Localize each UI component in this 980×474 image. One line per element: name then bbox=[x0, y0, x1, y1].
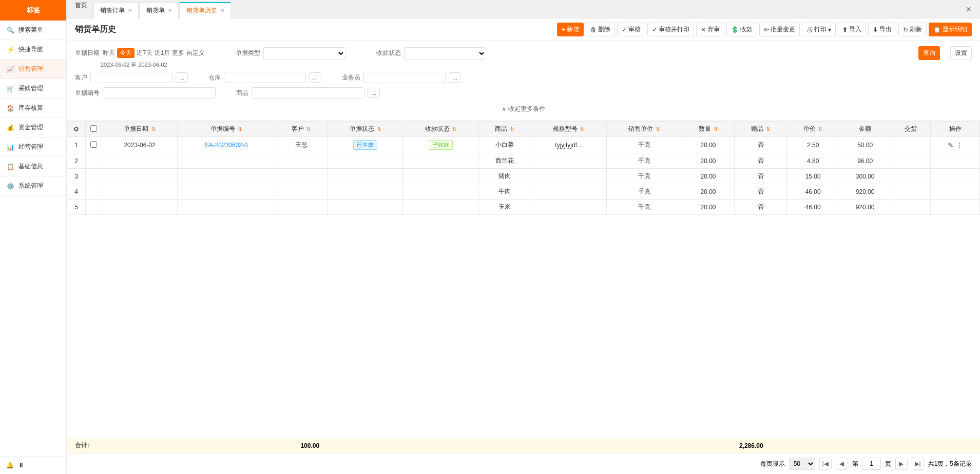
shortcut-today[interactable]: 今天 bbox=[117, 48, 134, 58]
shortcut-7days[interactable]: 近7天 bbox=[137, 49, 152, 57]
add-button[interactable]: + 新增 bbox=[557, 23, 584, 36]
row-checkbox[interactable] bbox=[90, 141, 97, 148]
gift-sort-icon: ⇅ bbox=[766, 126, 770, 132]
warehouse-ellipsis-btn[interactable]: ... bbox=[309, 72, 321, 83]
row-checkbox-cell[interactable] bbox=[86, 200, 102, 215]
refresh-button[interactable]: ↻ 刷新 bbox=[898, 23, 927, 36]
prev-page-btn[interactable]: ◀ bbox=[836, 458, 848, 470]
edit-action-btn[interactable]: ✎ bbox=[948, 141, 954, 149]
page-unit: 页 bbox=[885, 460, 891, 468]
sidebar-bottom-icon1[interactable]: 🔔 bbox=[6, 462, 14, 469]
sidebar-item-quick-nav[interactable]: ⚡ 快捷导航 bbox=[0, 40, 66, 60]
business-ellipsis-btn[interactable]: ... bbox=[449, 72, 461, 83]
shortcut-custom[interactable]: 自定义 bbox=[186, 49, 205, 57]
gear-icon[interactable]: ⚙ bbox=[73, 126, 79, 133]
col-gift[interactable]: 赠品 ⇅ bbox=[735, 122, 787, 137]
page-number-input[interactable] bbox=[862, 458, 881, 470]
col-doc-status[interactable]: 单据状态 ⇅ bbox=[328, 122, 403, 137]
pagination-bar: 每页显示 50 100 200 |◀ ◀ 第 页 ▶ ▶| 共1页，5条记录 bbox=[67, 453, 980, 474]
shortcut-yesterday[interactable]: 昨天 bbox=[103, 49, 115, 57]
row-amount: 96.00 bbox=[839, 153, 891, 169]
tab-sales-goods[interactable]: 销货单 ✕ bbox=[140, 2, 179, 18]
row-spec-type bbox=[531, 169, 606, 184]
row-doc-num[interactable] bbox=[178, 184, 275, 200]
tab-sales-goods-close[interactable]: ✕ bbox=[168, 8, 172, 13]
per-page-select[interactable]: 50 100 200 bbox=[789, 458, 815, 470]
col-quantity[interactable]: 数量 ⇅ bbox=[682, 122, 734, 137]
row-checkbox-cell[interactable] bbox=[86, 153, 102, 169]
system-mgmt-icon: ⚙️ bbox=[6, 182, 14, 190]
show-detail-button[interactable]: 📋 显示明细 bbox=[929, 23, 972, 36]
tab-sales-order[interactable]: 销售订单 ✕ bbox=[93, 2, 139, 18]
sidebar-bottom-icon2[interactable]: ⏸ bbox=[18, 462, 24, 469]
last-page-btn[interactable]: ▶| bbox=[912, 458, 924, 470]
collect-button[interactable]: 💲 收款 bbox=[726, 23, 757, 36]
tab-sales-history[interactable]: 销货单历史 ✕ bbox=[180, 2, 231, 18]
col-collect-status[interactable]: 收款状态 ⇅ bbox=[403, 122, 478, 137]
doc-type-select[interactable] bbox=[263, 47, 345, 60]
sidebar-item-operations-mgmt[interactable]: 📊 经营管理 bbox=[0, 137, 66, 157]
collect-status-label: 收款状态 bbox=[376, 49, 401, 57]
collapse-button[interactable]: ∧ 收起更多条件 bbox=[75, 103, 972, 115]
col-unit-price[interactable]: 单价 ⇅ bbox=[787, 122, 839, 137]
sidebar-item-search-menu[interactable]: 🔍 搜索菜单 bbox=[0, 21, 66, 40]
row-checkbox-cell[interactable] bbox=[86, 137, 102, 153]
tab-sales-order-close[interactable]: ✕ bbox=[128, 8, 132, 13]
col-goods[interactable]: 商品 ⇅ bbox=[478, 122, 531, 137]
sidebar-item-sales-mgmt[interactable]: 📈 销售管理 bbox=[0, 60, 66, 79]
goods-input[interactable] bbox=[252, 87, 364, 98]
more-action-btn[interactable]: ⋮ bbox=[956, 141, 963, 149]
goods-sort-icon: ⇅ bbox=[510, 126, 514, 132]
abandon-button[interactable]: ✕ 弃审 bbox=[696, 23, 724, 36]
batch-change-button[interactable]: ✏ 批量变更 bbox=[759, 23, 800, 36]
col-doc-date[interactable]: 单据日期 ⇅ bbox=[102, 122, 178, 137]
export-button[interactable]: ⬇ 导出 bbox=[868, 23, 896, 36]
doc-num-input[interactable] bbox=[103, 87, 216, 98]
sidebar-item-finance-mgmt[interactable]: 💰 资金管理 bbox=[0, 118, 66, 137]
row-doc-num[interactable] bbox=[178, 169, 275, 184]
next-page-btn[interactable]: ▶ bbox=[895, 458, 908, 470]
shortcut-more[interactable]: 更多 bbox=[172, 49, 184, 57]
customer-input[interactable] bbox=[90, 72, 172, 83]
customer-sort-icon: ⇅ bbox=[306, 126, 311, 132]
audit-print-button[interactable]: ✓ 审核并打印 bbox=[647, 23, 694, 36]
row-doc-num[interactable]: SA-20230602-0 bbox=[178, 137, 275, 153]
goods-ellipsis-btn[interactable]: ... bbox=[368, 88, 380, 98]
delete-button[interactable]: 🗑 删除 bbox=[586, 23, 615, 36]
row-doc-num[interactable] bbox=[178, 200, 275, 215]
row-trade bbox=[891, 153, 931, 169]
collect-status-select[interactable] bbox=[404, 47, 486, 60]
table-row: 1 2023-06-02 SA-20230602-0 王总 已生效 已收款 小白… bbox=[67, 137, 980, 153]
customer-ellipsis-btn[interactable]: ... bbox=[176, 72, 188, 83]
import-button[interactable]: ⬆ 导入 bbox=[838, 23, 866, 36]
shortcut-1month[interactable]: 近1月 bbox=[155, 49, 170, 57]
window-close-icon[interactable]: ✕ bbox=[959, 5, 978, 13]
tab-home[interactable]: 首页 bbox=[69, 1, 93, 17]
col-spec-type[interactable]: 规格型号 ⇅ bbox=[531, 122, 606, 137]
col-checkbox[interactable] bbox=[86, 122, 102, 137]
col-doc-num[interactable]: 单据编号 ⇅ bbox=[178, 122, 275, 137]
query-button[interactable]: 查询 bbox=[918, 46, 940, 60]
tab-sales-history-label: 销货单历史 bbox=[186, 6, 217, 15]
row-checkbox-cell[interactable] bbox=[86, 184, 102, 200]
select-all-checkbox[interactable] bbox=[90, 125, 97, 132]
row-checkbox-cell[interactable] bbox=[86, 169, 102, 184]
doc-num-link[interactable]: SA-20230602-0 bbox=[205, 142, 248, 149]
col-customer[interactable]: 客户 ⇅ bbox=[275, 122, 328, 137]
first-page-btn[interactable]: |◀ bbox=[819, 458, 832, 470]
sidebar-item-purchase-mgmt[interactable]: 🛒 采购管理 bbox=[0, 79, 66, 98]
print-button[interactable]: 🖨 打印 ▾ bbox=[802, 23, 836, 36]
tab-sales-history-close[interactable]: ✕ bbox=[220, 8, 224, 13]
table-footer: 合计: 100.00 2,286.00 bbox=[67, 438, 980, 453]
warehouse-input[interactable] bbox=[224, 72, 306, 83]
settings-button[interactable]: 设置 bbox=[950, 46, 972, 60]
sidebar-item-base-info[interactable]: 📋 基础信息 bbox=[0, 157, 66, 176]
row-doc-num[interactable] bbox=[178, 153, 275, 169]
sidebar-item-inventory-calc[interactable]: 🏠 库存核算 bbox=[0, 98, 66, 118]
row-spec-type bbox=[531, 184, 606, 200]
sidebar-item-system-mgmt[interactable]: ⚙️ 系统管理 bbox=[0, 176, 66, 196]
col-gear[interactable]: ⚙ bbox=[67, 122, 86, 137]
audit-button[interactable]: ✓ 审核 bbox=[617, 23, 645, 36]
business-input[interactable] bbox=[363, 72, 446, 83]
col-sales-unit[interactable]: 销售单位 ⇅ bbox=[606, 122, 682, 137]
